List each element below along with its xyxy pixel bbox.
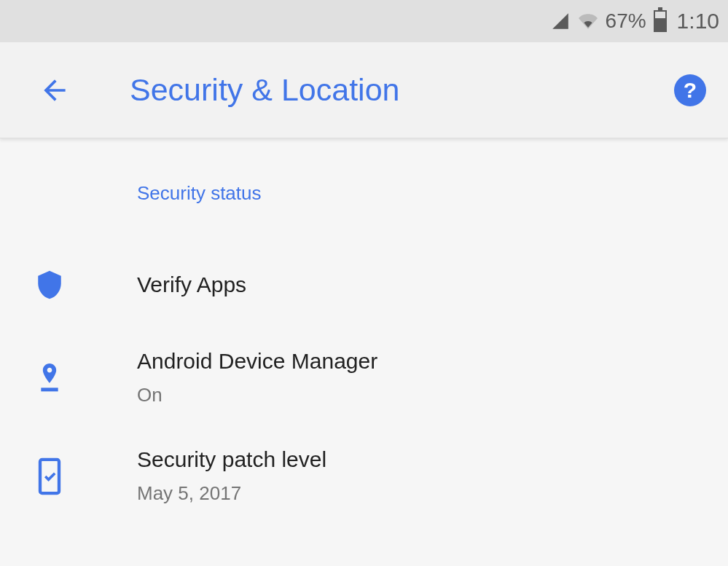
status-time: 1:10 bbox=[677, 9, 719, 34]
list-item-subtitle: On bbox=[137, 384, 377, 406]
list-item-text: Android Device Manager On bbox=[137, 349, 377, 406]
app-header: Security & Location ? bbox=[0, 42, 728, 138]
list-item-android-device-manager[interactable]: Android Device Manager On bbox=[0, 329, 728, 427]
list-item-text: Security patch level May 5, 2017 bbox=[137, 447, 326, 505]
list-item-text: Verify Apps bbox=[137, 272, 246, 297]
list-item-title: Verify Apps bbox=[137, 272, 246, 297]
location-pin-icon bbox=[28, 356, 71, 400]
svg-rect-0 bbox=[41, 388, 58, 391]
list-item-security-patch-level[interactable]: Security patch level May 5, 2017 bbox=[0, 427, 728, 525]
phone-check-icon bbox=[28, 455, 71, 498]
list-item-subtitle: May 5, 2017 bbox=[137, 482, 326, 505]
help-button[interactable]: ? bbox=[674, 74, 706, 106]
battery-percent: 67% bbox=[606, 9, 646, 33]
svg-rect-1 bbox=[40, 459, 59, 492]
status-bar: 67% 1:10 bbox=[0, 0, 728, 42]
content-area: Security status Verify Apps Android Devi… bbox=[0, 138, 728, 525]
cellular-signal-icon bbox=[550, 12, 571, 31]
shield-icon bbox=[28, 263, 71, 307]
list-item-title: Android Device Manager bbox=[137, 349, 377, 374]
back-button[interactable] bbox=[36, 72, 73, 109]
list-item-verify-apps[interactable]: Verify Apps bbox=[0, 241, 728, 329]
list-item-title: Security patch level bbox=[137, 447, 326, 472]
battery-icon bbox=[654, 10, 667, 32]
page-title: Security & Location bbox=[130, 72, 674, 108]
wifi-icon bbox=[576, 12, 600, 31]
section-header-security-status: Security status bbox=[0, 182, 728, 205]
